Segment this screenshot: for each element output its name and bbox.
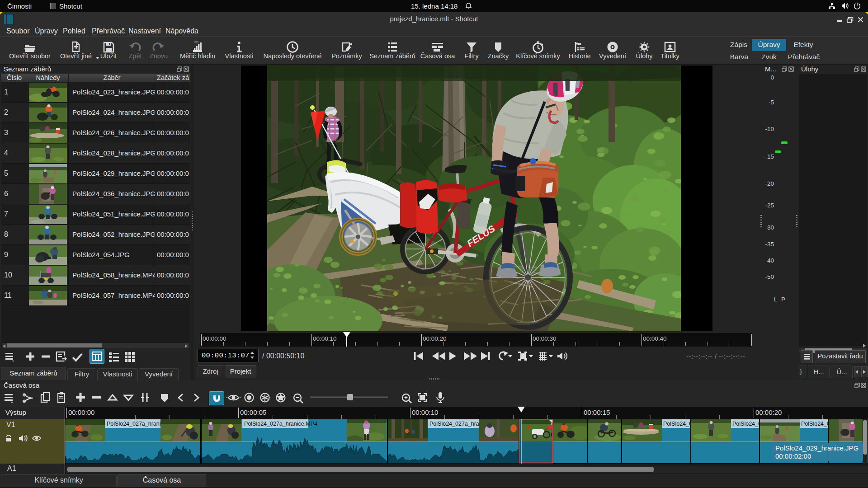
svg-text:PolSlo24_027a_hranice.MP4: PolSlo24_027a_hranice.MP4 [244, 421, 317, 427]
